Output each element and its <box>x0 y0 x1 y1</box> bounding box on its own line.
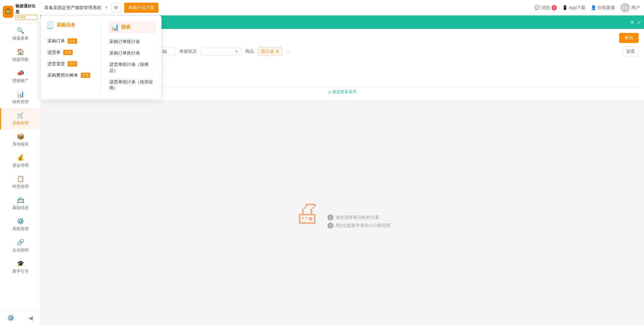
hist-badge: 历史 <box>68 38 77 44</box>
report-col: 📊 报表 采购订单统计表 采购订单执行表 进货单统计表（按商品） 进货单统计表（… <box>108 21 156 94</box>
expand-icon[interactable]: ⤢ <box>637 19 641 26</box>
hint-num-1: 1 <box>327 214 333 220</box>
sidebar-item-operation[interactable]: 📋 经营管理 <box>0 172 40 193</box>
sidebar-item-system[interactable]: ⚙️ 系统管理 <box>0 214 40 235</box>
enterprise-icon: 🔗 <box>17 239 24 246</box>
sidebar-item-operation-label: 经营管理 <box>12 184 29 190</box>
sidebar-item-sales[interactable]: 📊 销售管理 <box>0 87 40 108</box>
sidebar-settings-btn[interactable]: ⚙️ <box>7 314 14 322</box>
sidebar-item-search-label: 搜索菜单 <box>12 36 29 41</box>
sidebar-item-marketing[interactable]: 📣 营销推广 <box>0 66 40 87</box>
hist-badge: 历史 <box>63 50 73 55</box>
settings-sm-btn[interactable]: 设置 <box>622 46 639 56</box>
sidebar-item-enterprise-label: 企业协同 <box>12 247 29 253</box>
home-icon: 🏠 <box>17 48 24 55</box>
gear-icon: ⚙ <box>114 5 118 10</box>
sidebar-item-basic[interactable]: 📇 基础信息 <box>0 193 40 214</box>
topbar-settings-btn[interactable]: ⚙ <box>111 3 121 12</box>
menu-item-label: 进货单统计表（按供应商） <box>109 79 155 91</box>
finance-icon: 💰 <box>17 154 24 161</box>
menu-item-stock-stat-supplier[interactable]: 进货单统计表（按供应商） <box>108 76 156 94</box>
order-status-select[interactable]: ▼ <box>201 48 241 55</box>
tabbar-right: ✕ ⤢ <box>630 19 641 26</box>
menu-item-purchase-order-exec[interactable]: 采购订单执行表 <box>108 47 156 59</box>
menu-item-stock-in[interactable]: 进货单 历史 <box>46 47 94 58</box>
content-body: 🖨 1 请先选择要分析的方案 2 用[过滤]条件来缩小分析范围 <box>40 101 644 325</box>
sidebar-item-inventory[interactable]: 📦 库存核算 <box>0 129 40 151</box>
purchase-dropdown-menu: 🧾 采购业务 采购订单 历史 进货单 历史 进货退货 历史 采购费用分摊单 历史… <box>40 15 162 99</box>
message-icon: 💬 <box>535 5 540 10</box>
sidebar-item-search[interactable]: 🔍 搜索菜单 <box>0 24 40 45</box>
empty-icon: 🖨 <box>294 198 321 229</box>
sidebar-logo: 🦁 畅捷通好生意 标准版 <box>0 0 40 24</box>
query-btn[interactable]: 查询 <box>619 33 639 43</box>
hint-text-1: 请先选择要分析的方案 <box>335 214 379 220</box>
sidebar-item-newbie[interactable]: 🎓 新手引导 <box>0 256 40 278</box>
sidebar-item-basic-label: 基础信息 <box>12 205 29 211</box>
report-col-title: 📊 报表 <box>108 21 156 33</box>
menu-item-stock-return[interactable]: 进货退货 历史 <box>46 58 94 70</box>
menu-item-stock-stat-goods[interactable]: 进货单统计表（按商品） <box>108 59 156 76</box>
menu-item-label: 进货单 <box>47 49 61 55</box>
chevron-down-icon: ▼ <box>235 50 238 53</box>
service-icon: 👤 <box>591 5 596 10</box>
sidebar-item-quick-nav-label: 快捷导航 <box>12 57 29 63</box>
goods-more-btn[interactable]: ··· <box>286 48 291 54</box>
menu-item-purchase-order-stat[interactable]: 采购订单统计表 <box>108 36 156 47</box>
user-btn[interactable]: Ea 用户 <box>620 3 640 12</box>
purchase-col-title: 🧾 采购业务 <box>46 21 94 31</box>
message-label: 消息 <box>541 5 550 11</box>
app-download-btn[interactable]: 📱 App下载 <box>562 5 585 11</box>
empty-hint: 1 请先选择要分析的方案 2 用[过滤]条件来缩小分析范围 <box>327 214 390 229</box>
message-badge: 9 <box>551 5 557 10</box>
goods-tag-text: 设计桌 <box>261 48 274 54</box>
purchase-icon: 🛒 <box>17 112 24 119</box>
chevron-down-icon: ▼ <box>105 6 108 9</box>
logo-title: 畅捷通好生意 <box>15 3 37 15</box>
purchase-col-title-text: 采购业务 <box>57 22 75 28</box>
menu-item-label: 进货单统计表（按商品） <box>109 62 155 74</box>
order-status-label: 单据状态 <box>179 48 197 54</box>
menu-item-label: 采购订单执行表 <box>109 50 140 56</box>
chevron-up-icon: ∧ <box>328 90 331 94</box>
sidebar-item-system-label: 系统管理 <box>12 226 29 232</box>
online-service-btn[interactable]: 👤 在线客服 <box>591 5 615 11</box>
sidebar-footer: ⚙️ ◀ <box>0 311 40 325</box>
logo-icon: 🦁 <box>3 6 13 18</box>
hint-item-1: 1 请先选择要分析的方案 <box>327 214 379 220</box>
logo-badge: 标准版 <box>15 15 37 20</box>
sidebar-collapse-btn[interactable]: ◀ <box>28 314 33 322</box>
menu-item-label: 采购费用分摊单 <box>47 72 78 78</box>
purchase-col-icon: 🧾 <box>46 21 55 29</box>
menu-item-purchase-expense[interactable]: 采购费用分摊单 历史 <box>46 70 94 81</box>
sidebar-item-newbie-label: 新手引导 <box>12 269 29 274</box>
collapse-label: 收起更多条件 <box>332 89 357 95</box>
sidebar-item-purchase-label: 采购管理 <box>12 120 29 126</box>
hint-text-2: 用[过滤]条件来缩小分析范围 <box>335 222 390 229</box>
menu-item-purchase-order[interactable]: 采购订单 历史 <box>46 35 94 47</box>
avatar: Ea <box>620 3 630 12</box>
purchase-col: 🧾 采购业务 采购订单 历史 进货单 历史 进货退货 历史 采购费用分摊单 历史 <box>46 21 94 94</box>
report-col-title-text: 报表 <box>121 24 131 30</box>
report-col-icon: 📊 <box>111 23 119 31</box>
goods-tag: 设计桌 ✕ <box>258 47 282 56</box>
goods-tag-close[interactable]: ✕ <box>276 49 279 54</box>
topbar-dropdown[interactable]: ▼ <box>105 6 108 9</box>
message-btn[interactable]: 💬 消息 9 <box>535 5 557 11</box>
sidebar-item-quick-nav[interactable]: 🏠 快捷导航 <box>0 45 40 66</box>
marketing-icon: 📣 <box>17 69 24 77</box>
hint-item-2: 2 用[过滤]条件来缩小分析范围 <box>327 222 390 229</box>
basic-icon: 📇 <box>17 196 24 204</box>
sidebar-item-purchase[interactable]: 🛒 采购管理 <box>0 108 40 129</box>
user-label: 用户 <box>631 5 640 11</box>
newbie-icon: 🎓 <box>17 260 24 267</box>
online-service-label: 在线客服 <box>598 5 615 11</box>
topbar: 装备及固定资产辅助管理系统 ▼ ⚙ 体验行业方案 💬 消息 9 📱 App下载 <box>40 0 644 15</box>
sidebar-item-finance[interactable]: 💰 资金管理 <box>0 151 40 172</box>
industry-btn[interactable]: 体验行业方案 <box>124 3 158 13</box>
sales-icon: 📊 <box>17 90 24 98</box>
close-window-icon[interactable]: ✕ <box>630 19 634 26</box>
sidebar: 🦁 畅捷通好生意 标准版 🔍 搜索菜单 🏠 快捷导航 📣 营销推广 📊 销售管理 <box>0 0 40 325</box>
goods-label: 商品 <box>245 48 254 54</box>
sidebar-item-enterprise[interactable]: 🔗 企业协同 <box>0 235 40 256</box>
